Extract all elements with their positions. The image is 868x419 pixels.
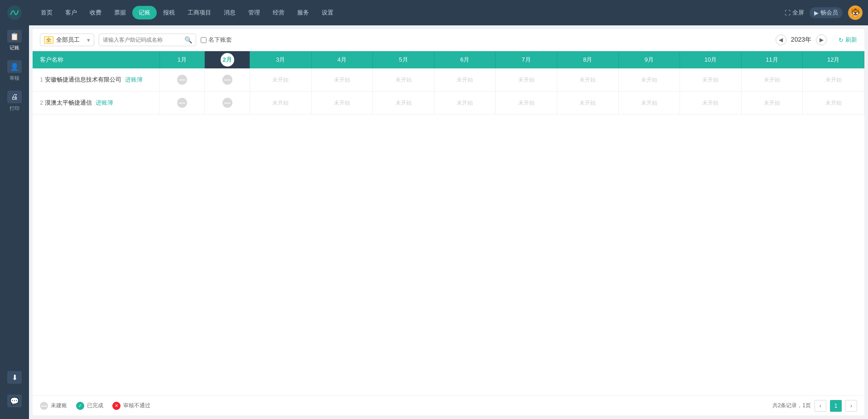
status-not-started: 未开始 (457, 77, 473, 83)
month-cell-7: 未开始 (496, 68, 557, 92)
legend-not-created: — 未建账 (40, 402, 67, 410)
year-nav: ◀ 2023年 ▶ (776, 34, 827, 45)
not-created-label: 未建账 (51, 402, 67, 409)
client-name-cell: 2漠澳太平畅捷通信进账簿 (33, 92, 159, 115)
month-cell-5: 未开始 (373, 92, 434, 115)
month-cell-7: 未开始 (496, 92, 557, 115)
table-wrap: 客户名称 1月 2月 3月 4月 5月 6月 7月 8月 9月 10月 11月 (33, 51, 864, 395)
completed-label: 已完成 (87, 402, 103, 409)
nav-message[interactable]: 消息 (217, 6, 242, 19)
month-cell-12: 未开始 (803, 68, 864, 92)
col-m12: 12月 (803, 51, 864, 68)
next-year-button[interactable]: ▶ (816, 34, 827, 45)
month-cell-10: 未开始 (680, 92, 742, 115)
enter-ledger-link[interactable]: 进账簿 (96, 99, 113, 106)
employee-select[interactable]: 全 全部员工 ▾ (40, 34, 94, 46)
prev-year-button[interactable]: ◀ (776, 34, 786, 45)
completed-icon: ✓ (76, 402, 84, 410)
refresh-label: 刷新 (845, 36, 857, 44)
col-m9: 9月 (618, 51, 680, 68)
col-m1: 1月 (159, 51, 205, 68)
row-num: 1 (40, 76, 43, 83)
sidebar-item-download[interactable]: ⬇ (0, 366, 29, 388)
month-cell-11: 未开始 (741, 92, 803, 115)
fullscreen-button[interactable]: ⛶ 全屏 (785, 9, 804, 17)
legend-rejected: ✕ 审核不通过 (112, 402, 150, 410)
vip-button[interactable]: ▶ 畅会员 (810, 7, 843, 18)
topnav: 首页 客户 收费 票据 记账 报税 工商项目 消息 管理 经营 服务 设置 ⛶ … (29, 0, 868, 25)
download-icon: ⬇ (7, 371, 22, 384)
next-page-button[interactable]: › (845, 400, 857, 412)
status-not-started: 未开始 (272, 100, 289, 106)
sidebar-item-audit-label: 审核 (10, 75, 19, 82)
content-area: 全 全部员工 ▾ 🔍 名下账套 ◀ 2023年 ▶ ↻ 刷新 (33, 29, 864, 415)
nav-settings[interactable]: 设置 (315, 6, 340, 19)
page-1-button[interactable]: 1 (830, 400, 842, 412)
search-button[interactable]: 🔍 (181, 34, 196, 46)
support-icon: 💬 (7, 395, 22, 407)
search-input[interactable] (99, 34, 181, 45)
status-not-started: 未开始 (825, 100, 842, 106)
nav-tax[interactable]: 报税 (157, 6, 181, 19)
month-cell-12: 未开始 (803, 92, 864, 115)
month-cell-6: 未开始 (434, 92, 496, 115)
status-not-started: 未开始 (764, 77, 780, 83)
rejected-icon: ✕ (112, 402, 121, 410)
nav-home[interactable]: 首页 (34, 6, 59, 19)
col-m4: 4月 (311, 51, 373, 68)
pagination: 共2条记录，1页 ‹ 1 › (772, 400, 857, 412)
row-num: 2 (40, 99, 43, 106)
topnav-right: ⛶ 全屏 ▶ 畅会员 🐯 (785, 5, 863, 20)
search-input-wrap: 🔍 (99, 34, 196, 46)
nav-operation[interactable]: 经营 (266, 6, 291, 19)
month-cell-8: 未开始 (557, 92, 619, 115)
month-cell-4: 未开始 (311, 92, 373, 115)
not-created-icon: — (40, 402, 48, 410)
toolbar: 全 全部员工 ▾ 🔍 名下账套 ◀ 2023年 ▶ ↻ 刷新 (33, 29, 864, 51)
nav-business[interactable]: 工商项目 (181, 6, 217, 19)
nav-fee[interactable]: 收费 (83, 6, 108, 19)
employee-label: 全部员工 (56, 36, 80, 44)
fullscreen-label: 全屏 (792, 9, 804, 17)
status-not-started: 未开始 (334, 77, 350, 83)
enter-ledger-link[interactable]: 进账簿 (125, 76, 143, 83)
legend-completed: ✓ 已完成 (76, 402, 103, 410)
status-not-started: 未开始 (518, 77, 535, 83)
user-avatar[interactable]: 🐯 (848, 5, 863, 20)
status-not-started: 未开始 (334, 100, 350, 106)
month-cell-6: 未开始 (434, 68, 496, 92)
audit-icon: 👤 (7, 60, 22, 73)
sidebar-item-audit[interactable]: 👤 审核 (0, 56, 29, 86)
checkbox-label[interactable]: 名下账套 (201, 36, 232, 44)
col-m10: 10月 (680, 51, 742, 68)
sidebar-item-bookkeeping-label: 记账 (10, 44, 19, 51)
col-m5: 5月 (373, 51, 434, 68)
refresh-button[interactable]: ↻ 刷新 (839, 36, 857, 44)
status-not-started: 未开始 (825, 77, 842, 83)
subaccount-checkbox[interactable] (201, 37, 207, 43)
sidebar-item-support[interactable]: 💬 (0, 390, 29, 412)
nav-manage[interactable]: 管理 (242, 6, 266, 19)
nav-service[interactable]: 服务 (291, 6, 315, 19)
rejected-label: 审核不通过 (123, 402, 150, 409)
nav-client[interactable]: 客户 (59, 6, 83, 19)
col-m6: 6月 (434, 51, 496, 68)
checkbox-text: 名下账套 (208, 36, 232, 44)
employee-tag: 全 (44, 36, 53, 44)
status-not-started: 未开始 (641, 100, 657, 106)
status-minus-icon[interactable]: — (222, 75, 232, 85)
status-not-started: 未开始 (579, 100, 596, 106)
status-minus-icon[interactable]: — (177, 98, 187, 108)
status-minus-icon[interactable]: — (177, 75, 187, 85)
sidebar-logo (0, 0, 29, 25)
status-minus-icon[interactable]: — (222, 98, 232, 108)
nav-invoice[interactable]: 票据 (108, 6, 132, 19)
active-month-circle: 2月 (221, 53, 234, 67)
sidebar-item-print[interactable]: 🖨 打印 (0, 86, 29, 116)
month-cell-1: — (159, 68, 205, 92)
status-not-started: 未开始 (395, 100, 412, 106)
prev-page-button[interactable]: ‹ (815, 400, 826, 412)
month-cell-10: 未开始 (680, 68, 742, 92)
sidebar-item-bookkeeping[interactable]: 📋 记账 (0, 25, 29, 56)
nav-bookkeeping[interactable]: 记账 (132, 6, 157, 19)
